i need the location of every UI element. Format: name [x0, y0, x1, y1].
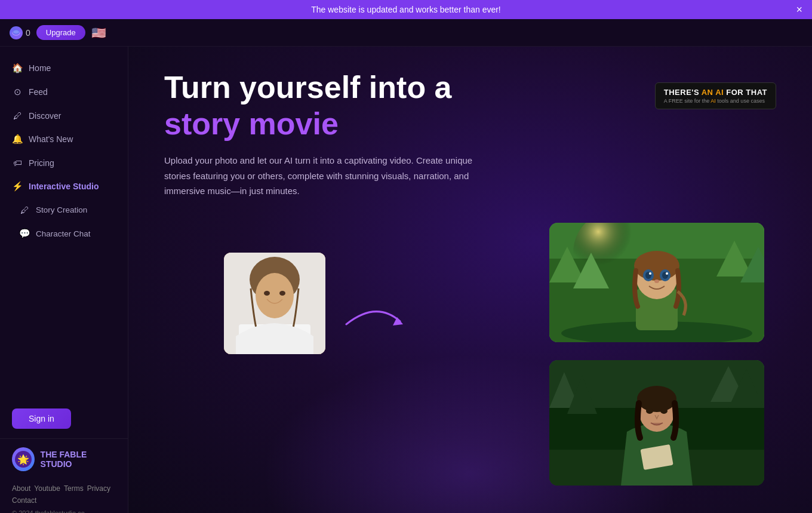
footer-link-about[interactable]: About — [12, 484, 30, 493]
sidebar-item-label: Feed — [29, 87, 48, 97]
interactive-studio-icon: ⚡ — [12, 181, 23, 192]
svg-point-10 — [279, 291, 285, 296]
sidebar-item-story-creation[interactable]: 🖊 Story Creation — [0, 198, 128, 222]
top-bar: 0 Upgrade 🇺🇸 — [0, 19, 812, 47]
result-top-image — [549, 223, 764, 342]
credits-icon — [10, 26, 23, 39]
sidebar-item-label: Story Creation — [36, 205, 87, 214]
pricing-icon: 🏷 — [12, 158, 23, 168]
sidebar-item-label: Interactive Studio — [29, 182, 99, 191]
brand-name-part1: THE FABLE — [41, 450, 87, 459]
hero-description: Upload your photo and let our AI turn it… — [164, 153, 475, 199]
footer-link-terms[interactable]: Terms — [64, 484, 84, 493]
sidebar-item-label: Discover — [29, 111, 61, 121]
svg-point-7 — [256, 273, 294, 318]
sign-in-area: Sign in — [0, 399, 128, 438]
svg-text:🌟: 🌟 — [17, 454, 29, 465]
svg-point-25 — [654, 279, 659, 283]
images-section — [164, 223, 776, 509]
story-creation-icon: 🖊 — [19, 205, 30, 215]
source-photo — [224, 253, 325, 354]
sidebar-copyright: © 2024 thefablestudio.co — [0, 507, 128, 513]
ai-badge-sub: A FREE site for the AI tools and use cas… — [664, 98, 767, 104]
photo-woman-image — [224, 253, 325, 354]
sidebar-nav: 🏠 Home ⊙ Feed 🖊 Discover 🔔 What's New 🏷 … — [0, 56, 128, 399]
main-content: there's AN AI For That A FREE site for t… — [128, 47, 812, 513]
ai-badge-content: there's AN AI For That A FREE site for t… — [664, 88, 767, 104]
ai-badge-text: there's AN AI For That — [664, 88, 767, 97]
transform-arrow — [340, 294, 412, 345]
sign-in-button[interactable]: Sign in — [12, 408, 71, 429]
sidebar-item-pricing[interactable]: 🏷 Pricing — [0, 151, 128, 174]
upgrade-button[interactable]: Upgrade — [36, 25, 85, 40]
home-icon: 🏠 — [12, 63, 23, 73]
svg-point-31 — [646, 408, 653, 414]
sidebar: 🏠 Home ⊙ Feed 🖊 Discover 🔔 What's New 🏷 … — [0, 47, 128, 513]
footer-link-contact[interactable]: Contact — [12, 496, 36, 505]
result-bottom-image — [549, 360, 764, 486]
sidebar-item-interactive-studio[interactable]: ⚡ Interactive Studio — [0, 174, 128, 198]
sidebar-item-character-chat[interactable]: 💬 Character Chat — [0, 222, 128, 245]
announcement-banner: The website is updated and works better … — [0, 0, 812, 19]
sidebar-brand: 🌟 THE FABLE STUDIO — [0, 438, 128, 480]
brand-name-part2: STUDIO — [41, 459, 72, 469]
brand-name: THE FABLE STUDIO — [41, 450, 116, 469]
svg-point-18 — [634, 251, 679, 281]
svg-point-2 — [13, 30, 19, 33]
brand-avatar: 🌟 — [12, 447, 35, 471]
svg-point-9 — [264, 291, 270, 296]
announcement-text: The website is updated and works better … — [311, 5, 501, 14]
discover-icon: 🖊 — [12, 110, 23, 121]
announcement-close-button[interactable]: × — [796, 4, 802, 15]
svg-point-30 — [637, 386, 676, 412]
sidebar-item-label: Pricing — [29, 158, 54, 168]
svg-point-32 — [660, 408, 668, 414]
sidebar-item-label: Character Chat — [36, 229, 91, 238]
hero-heading-colored: story movie — [164, 107, 776, 141]
ai-badge: there's AN AI For That A FREE site for t… — [655, 82, 776, 109]
svg-point-24 — [666, 272, 668, 275]
feed-icon: ⊙ — [12, 87, 23, 97]
svg-point-23 — [649, 272, 651, 275]
sidebar-item-label: Home — [29, 63, 51, 73]
credits-count: 0 — [26, 28, 30, 38]
credits-badge: 0 — [10, 26, 30, 39]
footer-link-youtube[interactable]: Youtube — [34, 484, 60, 493]
main-layout: 🏠 Home ⊙ Feed 🖊 Discover 🔔 What's New 🏷 … — [0, 47, 812, 513]
sidebar-footer-links: About Youtube Terms Privacy Contact — [0, 480, 128, 507]
whats-new-icon: 🔔 — [12, 134, 23, 145]
sidebar-item-whats-new[interactable]: 🔔 What's New — [0, 127, 128, 151]
sidebar-item-home[interactable]: 🏠 Home — [0, 56, 128, 80]
sidebar-item-label: What's New — [29, 134, 73, 144]
character-chat-icon: 💬 — [19, 228, 30, 239]
sidebar-item-feed[interactable]: ⊙ Feed — [0, 80, 128, 104]
footer-link-privacy[interactable]: Privacy — [87, 484, 110, 493]
sidebar-item-discover[interactable]: 🖊 Discover — [0, 104, 128, 127]
language-flag-button[interactable]: 🇺🇸 — [91, 26, 106, 40]
svg-marker-11 — [393, 317, 403, 325]
